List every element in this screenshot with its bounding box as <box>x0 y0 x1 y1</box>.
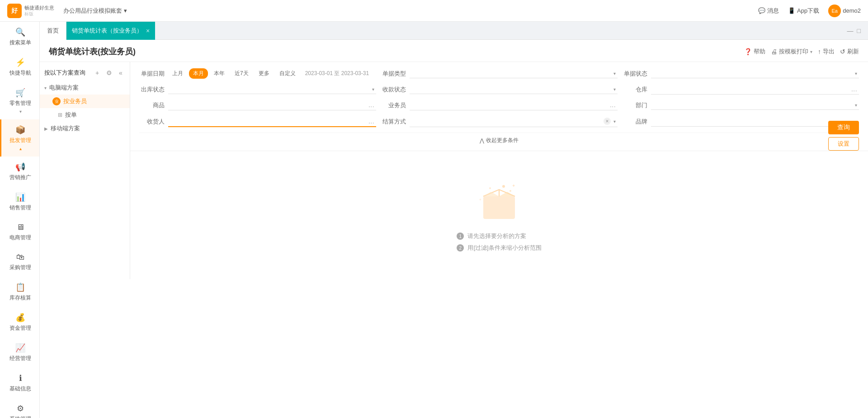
help-button[interactable]: ❓ 帮助 <box>744 48 765 56</box>
app-download-button[interactable]: 📱 App下载 <box>788 7 819 15</box>
filter-collapse-button[interactable]: ⋀ 收起更多条件 <box>480 137 519 144</box>
sidebar-item-system[interactable]: ⚙ 系统管理 <box>0 398 39 418</box>
print-label: 按模板打印 <box>779 48 808 56</box>
settings-button[interactable]: 设置 <box>828 137 859 151</box>
sidebar-basic-label: 基础信息 <box>9 385 31 393</box>
sidebar-item-inventory[interactable]: 📋 库存核算 <box>0 277 39 307</box>
receiver-input[interactable] <box>170 118 368 124</box>
date-custom[interactable]: 自定义 <box>275 68 300 79</box>
date-range-text: 2023-03-01 至 2023-03-31 <box>305 70 369 77</box>
sidebar-item-marketing[interactable]: 📢 营销推广 <box>0 157 39 187</box>
sidebar-item-ecommerce[interactable]: 🖥 电商管理 <box>0 217 39 247</box>
download-icon: 📱 <box>788 7 795 14</box>
out-status-caret: ▾ <box>372 87 374 92</box>
tip1-num: 1 <box>457 233 464 240</box>
scheme-sub-item-order[interactable]: ⊞ 按单 <box>40 108 130 122</box>
warehouse-input[interactable] <box>653 86 851 93</box>
sidebar-item-operation[interactable]: 📈 经营管理 <box>0 337 39 368</box>
date-this-month[interactable]: 本月 <box>189 68 208 79</box>
tab-home[interactable]: 首页 <box>40 22 66 40</box>
filter-cell-warehouse: 仓库 ... <box>622 84 859 95</box>
basic-icon: ℹ <box>19 373 22 383</box>
print-button[interactable]: 🖨 按模板打印 ▾ <box>771 48 812 56</box>
message-button[interactable]: 💬 消息 <box>758 7 779 15</box>
salesperson-dots[interactable]: ... <box>610 101 616 109</box>
search-icon: 🔍 <box>15 27 25 37</box>
refresh-button[interactable]: ↺ 刷新 <box>840 48 859 56</box>
sidebar-item-finance[interactable]: 💰 资金管理 <box>0 307 39 337</box>
empty-tip-1: 1 请先选择要分析的方案 <box>457 232 541 240</box>
scheme-item-label: 按业务员 <box>63 97 87 105</box>
tab-maximize-button[interactable]: □ <box>857 27 861 34</box>
sidebar-item-sales[interactable]: 📊 销售管理 <box>0 187 39 217</box>
filter-row-4: 收货人 ... 结算方式 <box>139 116 859 127</box>
tab-minimize-button[interactable]: — <box>847 27 854 34</box>
filter-cell-brand: 品牌 ... <box>622 116 859 127</box>
date-this-year[interactable]: 本年 <box>210 68 229 79</box>
sidebar-item-wholesale[interactable]: 📦 批发管理 ▴ <box>0 119 39 157</box>
scheme-panel-title: 按以下方案查询 <box>44 69 85 77</box>
salesperson-input[interactable] <box>411 102 610 109</box>
sidebar-item-basic[interactable]: ℹ 基础信息 <box>0 368 39 398</box>
warehouse-control[interactable]: ... <box>651 84 859 95</box>
svg-point-1 <box>502 185 505 188</box>
query-button[interactable]: 查询 <box>828 121 859 134</box>
scheme-desktop-group-header[interactable]: ▾ 电脑端方案 <box>40 81 130 95</box>
tip2-num: 2 <box>457 244 464 252</box>
logo-text: 畅捷通好生意 标版 <box>24 5 54 17</box>
receive-status-caret: ▾ <box>613 87 616 92</box>
receiver-dots[interactable]: ... <box>368 117 374 125</box>
date-last-month[interactable]: 上月 <box>168 68 187 79</box>
goods-control[interactable]: ... <box>168 100 376 110</box>
sidebar-item-retail[interactable]: 🛒 零售管理 ▾ <box>0 82 39 119</box>
receive-status-dropdown[interactable]: ▾ <box>410 85 618 94</box>
sidebar-item-purchase[interactable]: 🛍 采购管理 <box>0 247 39 277</box>
warehouse-label: 仓库 <box>622 86 647 94</box>
out-status-dropdown[interactable]: ▾ <box>168 85 376 94</box>
date-last7[interactable]: 近7天 <box>231 68 253 79</box>
date-more[interactable]: 更多 <box>255 68 274 79</box>
top-bar-left: 好 畅捷通好生意 标版 办公用品行业模拟账套 ▾ <box>7 4 131 18</box>
sales-icon: 📊 <box>15 192 25 202</box>
scheme-mobile-group-header[interactable]: ▶ 移动端方案 <box>40 122 130 135</box>
tab-close-button[interactable]: × <box>146 27 150 34</box>
out-status-control[interactable]: ▾ <box>168 85 376 94</box>
department-dropdown[interactable]: ▾ <box>651 101 859 110</box>
doc-type-dropdown[interactable]: ▾ <box>410 69 618 78</box>
settlement-dropdown[interactable]: × ▾ <box>410 116 618 127</box>
scheme-item-salesperson[interactable]: 业 按业务员 <box>40 95 130 108</box>
empty-box-svg: ✦ ✦ <box>472 178 526 223</box>
top-bar-right: 💬 消息 📱 App下载 Ea demo2 <box>758 5 861 17</box>
settlement-clear-button[interactable]: × <box>604 118 611 125</box>
goods-input[interactable] <box>170 102 368 109</box>
brand-input[interactable] <box>653 118 851 125</box>
receive-status-control[interactable]: ▾ <box>410 85 618 94</box>
doc-type-control[interactable]: ▾ <box>410 69 618 78</box>
department-control[interactable]: ▾ <box>651 101 859 110</box>
sidebar: 🔍 搜索菜单 ⚡ 快捷导航 🛒 零售管理 ▾ 📦 批发管理 ▴ 📢 营销推广 📊… <box>0 22 40 418</box>
scheme-add-button[interactable]: + <box>93 68 102 77</box>
app-selector[interactable]: 办公用品行业模拟账套 ▾ <box>60 5 131 17</box>
doc-status-control[interactable]: ▾ <box>651 69 859 78</box>
scheme-settings-button[interactable]: ⚙ <box>104 68 113 77</box>
export-button[interactable]: ↑ 导出 <box>818 48 835 56</box>
scheme-sub-label: 按单 <box>65 111 77 119</box>
settlement-control[interactable]: × ▾ <box>410 116 618 127</box>
brand-control[interactable]: ... <box>651 116 859 127</box>
tab-active[interactable]: 销货单统计表（按业务员） × <box>66 22 155 40</box>
doc-status-label: 单据状态 <box>622 70 647 78</box>
goods-dots[interactable]: ... <box>368 101 374 109</box>
warehouse-dots[interactable]: ... <box>851 85 857 93</box>
sidebar-item-search[interactable]: 🔍 搜索菜单 <box>0 22 39 52</box>
help-icon: ❓ <box>744 48 752 55</box>
refresh-icon: ↺ <box>840 48 845 55</box>
scheme-collapse-button[interactable]: « <box>116 68 125 77</box>
receiver-control[interactable]: ... <box>168 116 376 127</box>
sidebar-item-quicknav[interactable]: ⚡ 快捷导航 <box>0 52 39 82</box>
salesperson-control[interactable]: ... <box>410 100 618 110</box>
empty-tip-2: 2 用[过滤]条件来缩小分析范围 <box>457 244 541 252</box>
doc-status-dropdown[interactable]: ▾ <box>651 69 859 78</box>
svg-text:✦: ✦ <box>512 183 515 188</box>
message-label: 消息 <box>767 7 779 15</box>
user-avatar-area[interactable]: Ea demo2 <box>828 5 861 17</box>
